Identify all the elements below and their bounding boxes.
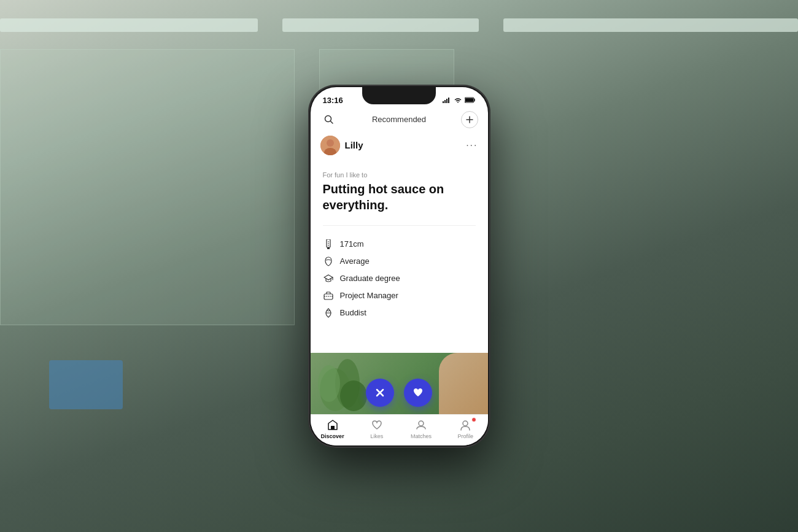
body-icon bbox=[323, 256, 334, 267]
work-icon bbox=[323, 290, 334, 301]
nav-item-discover[interactable]: Discover bbox=[317, 418, 349, 439]
attribute-religion: Buddist bbox=[323, 304, 476, 322]
likes-icon bbox=[370, 418, 384, 432]
blue-accent bbox=[49, 360, 123, 409]
education-value: Graduate degree bbox=[340, 274, 400, 283]
attribute-body: Average bbox=[323, 253, 476, 270]
svg-rect-24 bbox=[331, 426, 335, 430]
svg-point-22 bbox=[318, 365, 340, 402]
status-time: 13:16 bbox=[323, 96, 343, 105]
profile-name: Lilly bbox=[345, 140, 363, 150]
fun-section: For fun I like to Putting hot sauce on e… bbox=[311, 161, 488, 225]
fun-text: Putting hot sauce on everything. bbox=[323, 181, 476, 213]
phone-wrapper: 13:16 bbox=[309, 85, 490, 447]
avatar bbox=[320, 136, 340, 155]
bottom-nav: Discover Likes bbox=[311, 414, 488, 445]
status-icons bbox=[443, 97, 476, 103]
search-icon[interactable] bbox=[320, 111, 338, 128]
body-value: Average bbox=[340, 256, 370, 266]
nav-header: Recommended bbox=[311, 109, 488, 133]
svg-point-25 bbox=[419, 421, 424, 426]
matches-icon bbox=[414, 418, 428, 432]
fun-label: For fun I like to bbox=[323, 171, 476, 179]
phone-notch bbox=[362, 87, 436, 104]
svg-rect-2 bbox=[446, 99, 447, 103]
religion-icon bbox=[323, 307, 334, 318]
content-area: For fun I like to Putting hot sauce on e… bbox=[311, 161, 488, 353]
more-options-button[interactable]: ··· bbox=[466, 140, 478, 151]
nav-title: Recommended bbox=[372, 115, 426, 124]
attribute-height: 171cm bbox=[323, 236, 476, 253]
svg-rect-3 bbox=[448, 98, 449, 103]
battery-icon bbox=[465, 97, 476, 103]
attribute-education: Graduate degree bbox=[323, 270, 476, 287]
notification-dot bbox=[471, 417, 476, 422]
like-button[interactable] bbox=[404, 379, 432, 407]
svg-point-9 bbox=[327, 139, 334, 147]
likes-label: Likes bbox=[370, 433, 383, 439]
ceiling-light bbox=[282, 18, 479, 32]
signal-icon bbox=[443, 97, 451, 103]
profile-label: Profile bbox=[458, 433, 474, 439]
nav-item-likes[interactable]: Likes bbox=[361, 418, 393, 439]
action-buttons bbox=[366, 379, 432, 407]
attribute-work: Project Manager bbox=[323, 287, 476, 304]
education-icon bbox=[323, 273, 334, 284]
svg-point-23 bbox=[340, 380, 367, 411]
svg-point-26 bbox=[463, 421, 468, 426]
profile-icon bbox=[459, 418, 472, 432]
height-value: 171cm bbox=[340, 239, 364, 249]
ceiling-light bbox=[503, 18, 798, 32]
svg-rect-0 bbox=[443, 101, 444, 103]
phone-device: 13:16 bbox=[309, 85, 490, 447]
profile-info[interactable]: Lilly bbox=[320, 136, 363, 155]
reject-button[interactable] bbox=[366, 379, 394, 407]
matches-label: Matches bbox=[411, 433, 432, 439]
svg-rect-6 bbox=[465, 98, 473, 102]
discover-label: Discover bbox=[321, 433, 344, 439]
work-value: Project Manager bbox=[340, 291, 398, 300]
glass-panel bbox=[0, 49, 295, 325]
wifi-icon bbox=[454, 97, 462, 103]
add-button[interactable] bbox=[461, 111, 478, 128]
attributes-section: 171cm Average bbox=[311, 226, 488, 331]
profile-row: Lilly ··· bbox=[311, 133, 488, 161]
nav-item-matches[interactable]: Matches bbox=[405, 418, 437, 439]
nav-item-profile[interactable]: Profile bbox=[449, 418, 481, 439]
phone-screen: 13:16 bbox=[311, 87, 488, 445]
discover-icon bbox=[326, 418, 339, 432]
svg-point-4 bbox=[457, 102, 459, 103]
ceiling-light bbox=[0, 18, 258, 32]
height-icon bbox=[323, 239, 334, 250]
religion-value: Buddist bbox=[340, 308, 366, 317]
svg-rect-1 bbox=[444, 100, 446, 103]
photo-section bbox=[311, 353, 488, 414]
svg-rect-12 bbox=[327, 247, 330, 249]
